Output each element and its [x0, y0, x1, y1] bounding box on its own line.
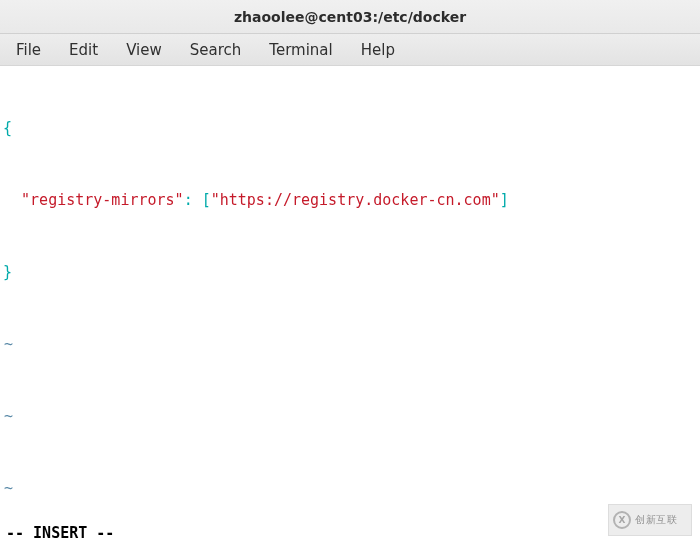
json-key: "registry-mirrors"	[21, 191, 184, 209]
watermark-logo-icon: X	[613, 511, 631, 529]
watermark-text: 创新互联	[635, 515, 677, 525]
editor-area[interactable]: { "registry-mirrors": ["https://registry…	[0, 66, 700, 544]
vim-mode-indicator: -- INSERT --	[6, 524, 114, 542]
bracket-close: ]	[500, 191, 509, 209]
code-line-1: {	[3, 116, 697, 140]
tilde-line: ~	[3, 404, 697, 428]
tilde-line: ~	[3, 476, 697, 500]
menu-file[interactable]: File	[4, 36, 53, 64]
titlebar: zhaoolee@cent03:/etc/docker	[0, 0, 700, 34]
menu-edit[interactable]: Edit	[57, 36, 110, 64]
menu-help[interactable]: Help	[349, 36, 407, 64]
menu-search[interactable]: Search	[178, 36, 254, 64]
menu-view[interactable]: View	[114, 36, 174, 64]
tilde-line: ~	[3, 332, 697, 356]
window-title: zhaoolee@cent03:/etc/docker	[234, 9, 466, 25]
json-value: "https://registry.docker-cn.com"	[211, 191, 500, 209]
menubar: File Edit View Search Terminal Help	[0, 34, 700, 66]
watermark: X 创新互联	[608, 504, 692, 536]
json-sep: : [	[184, 191, 211, 209]
brace-open: {	[3, 119, 12, 137]
menu-terminal[interactable]: Terminal	[257, 36, 344, 64]
code-line-3: }	[3, 260, 697, 284]
code-line-2: "registry-mirrors": ["https://registry.d…	[3, 188, 697, 212]
brace-close: }	[3, 263, 12, 281]
